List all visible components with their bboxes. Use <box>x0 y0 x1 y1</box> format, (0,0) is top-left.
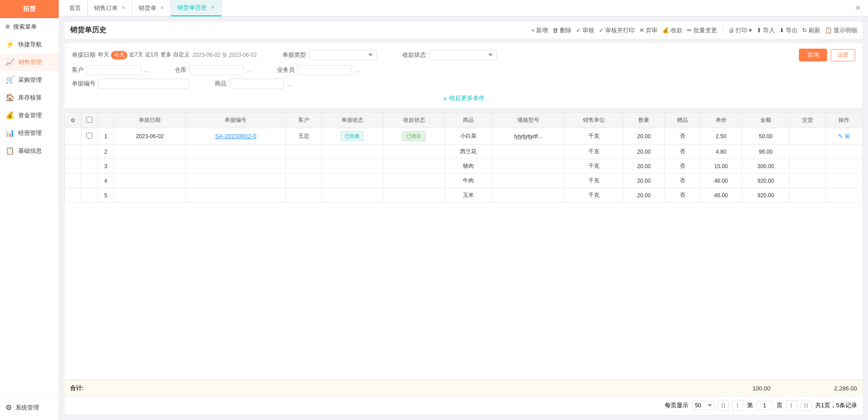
row-transaction <box>790 188 825 203</box>
show-detail-button[interactable]: 📋 显示明细 <box>825 26 857 35</box>
doc-no-link[interactable]: SA-20230602-0 <box>215 133 256 140</box>
th-qty[interactable]: 数量 <box>623 113 665 128</box>
page-number-input[interactable] <box>757 401 773 410</box>
doc-type-select[interactable] <box>309 50 377 60</box>
collapse-label: 收起更多条件 <box>449 94 485 102</box>
tab-sales-history[interactable]: 销货单历史 ✕ <box>171 0 221 16</box>
row-transaction <box>790 145 825 159</box>
tab-sales-order-close[interactable]: ✕ <box>121 5 125 11</box>
abandon-button[interactable]: ✕ 弃审 <box>639 26 657 35</box>
tab-sales-order[interactable]: 销售订单 ✕ <box>88 0 132 16</box>
doc-no-input[interactable] <box>98 79 189 89</box>
row-qty: 20.00 <box>623 159 665 174</box>
batch-change-button[interactable]: ✏ 批量变更 <box>687 26 717 35</box>
more-action[interactable]: ⊞ <box>845 133 850 140</box>
print-button[interactable]: 🖨 打印 ▾ <box>728 26 752 35</box>
tab-home[interactable]: 首页 <box>63 0 88 16</box>
refresh-button[interactable]: ↻ 刷新 <box>802 26 820 35</box>
warehouse-ellipsis[interactable]: ... <box>246 66 252 74</box>
sidebar-item-operations[interactable]: 📊 经营管理 <box>0 124 59 142</box>
row-check[interactable] <box>81 128 98 145</box>
th-gift[interactable]: 赠品 <box>665 113 700 128</box>
th-payment-status[interactable]: 收款状态 <box>383 113 445 128</box>
row-customer: 王总 <box>286 128 321 145</box>
export-button[interactable]: ⬇ 导出 <box>779 26 798 35</box>
sidebar-item-finance[interactable]: 💰 资金管理 <box>0 106 59 124</box>
sidebar-item-sales-mgmt[interactable]: 📈 销售管理 <box>0 53 59 71</box>
th-gear[interactable]: ⚙ <box>65 113 81 128</box>
salesperson-ellipsis[interactable]: ... <box>355 66 360 74</box>
goods-input[interactable] <box>229 79 284 89</box>
shortcut-yesterday[interactable]: 昨天 <box>98 51 109 60</box>
import-label: 导入 <box>763 26 775 35</box>
th-sales-unit[interactable]: 销售单位 <box>564 113 623 128</box>
warehouse-input[interactable] <box>189 65 244 75</box>
tab-sales-history-close[interactable]: ✕ <box>211 5 215 10</box>
tab-sales-goods[interactable]: 销货单 ✕ <box>132 0 171 16</box>
th-doc-status[interactable]: 单据状态 <box>321 113 383 128</box>
row-checkbox[interactable] <box>86 133 92 139</box>
last-page-button[interactable]: ⟩⟩ <box>801 400 812 411</box>
payment-status-select[interactable] <box>429 50 497 60</box>
first-page-button[interactable]: ⟨⟨ <box>718 400 729 411</box>
th-customer[interactable]: 客户 <box>286 113 321 128</box>
shortcut-last1month[interactable]: 近1月 <box>145 51 159 60</box>
row-action <box>825 159 862 174</box>
th-goods[interactable]: 商品 <box>445 113 492 128</box>
sidebar-item-system-mgmt[interactable]: ⚙ 系统管理 <box>0 399 59 416</box>
row-doc-date: 2023-06-02 <box>114 128 186 145</box>
customer-input[interactable] <box>86 65 141 75</box>
shortcut-more[interactable]: 更多 <box>161 51 171 60</box>
salesperson-input[interactable] <box>297 65 352 75</box>
row-sales-unit: 千克 <box>564 128 623 145</box>
select-all-checkbox[interactable] <box>86 117 92 123</box>
page-header: 销货单历史 + 新增 🗑 删除 ✓ 审核 ✓ 审核并打印 <box>65 22 863 39</box>
finance-icon: 💰 <box>5 111 15 120</box>
shortcut-today[interactable]: 今天 <box>111 51 127 60</box>
approve-button[interactable]: ✓ 审核 <box>576 26 594 35</box>
shortcut-last7days[interactable]: 近7天 <box>129 51 143 60</box>
edit-action[interactable]: ✎ <box>838 133 843 140</box>
row-qty: 20.00 <box>623 128 665 145</box>
sales-icon: 📈 <box>5 58 15 66</box>
sidebar-item-inventory[interactable]: 🏠 库存核算 <box>0 89 59 106</box>
set-button[interactable]: 设置 <box>831 49 855 61</box>
th-check[interactable] <box>81 113 98 128</box>
query-button[interactable]: 查询 <box>799 49 827 61</box>
tab-sales-goods-close[interactable]: ✕ <box>160 5 164 11</box>
sidebar-item-label: 销售管理 <box>18 58 42 66</box>
row-check[interactable] <box>81 188 98 203</box>
collect-icon: 💰 <box>662 27 669 34</box>
add-button[interactable]: + 新增 <box>531 26 548 35</box>
th-unit-price[interactable]: 单价 <box>700 113 742 128</box>
sidebar-item-quick-nav[interactable]: ⚡ 快捷导航 <box>0 35 59 53</box>
delete-button[interactable]: 🗑 删除 <box>552 26 572 35</box>
delete-label: 删除 <box>560 26 572 35</box>
quick-nav-icon: ⚡ <box>5 40 15 49</box>
warehouse-filter: 仓库 ... <box>175 65 252 75</box>
shortcut-custom[interactable]: 自定义 <box>173 51 190 60</box>
import-button[interactable]: ⬆ 导入 <box>757 26 775 35</box>
sidebar-item-purchase-mgmt[interactable]: 🛒 采购管理 <box>0 71 59 89</box>
row-check[interactable] <box>81 174 98 188</box>
prev-page-button[interactable]: ⟨ <box>733 400 743 411</box>
sidebar-item-search-menu[interactable]: ≡ 搜索菜单 <box>0 18 59 35</box>
row-unit-price: 2.50 <box>700 128 742 145</box>
collect-button[interactable]: 💰 收款 <box>662 26 682 35</box>
th-doc-date[interactable]: 单据日期 <box>114 113 186 128</box>
th-doc-no[interactable]: 单据编号 <box>186 113 286 128</box>
row-goods: 猪肉 <box>445 159 492 174</box>
row-check[interactable] <box>81 159 98 174</box>
row-doc-no <box>186 174 286 188</box>
row-qty: 20.00 <box>623 145 665 159</box>
close-all-tabs-button[interactable]: ✕ <box>851 4 864 12</box>
approve-print-button[interactable]: ✓ 审核并打印 <box>599 26 635 35</box>
collapse-button[interactable]: ∧ 收起更多条件 <box>443 94 485 102</box>
per-page-select[interactable]: 50 100 200 <box>692 401 714 410</box>
customer-ellipsis[interactable]: ... <box>144 66 149 74</box>
next-page-button[interactable]: ⟩ <box>786 400 797 411</box>
sidebar-item-basic-info[interactable]: 📋 基础信息 <box>0 142 59 160</box>
goods-ellipsis[interactable]: ... <box>286 80 292 87</box>
th-spec[interactable]: 规格型号 <box>492 113 564 128</box>
row-check[interactable] <box>81 145 98 159</box>
